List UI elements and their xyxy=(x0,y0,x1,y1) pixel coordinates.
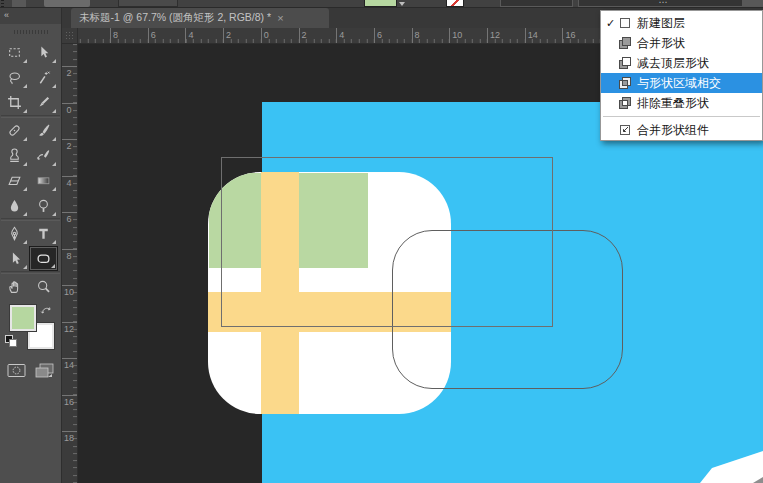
document-tab[interactable]: 未标题-1 @ 67.7% (圆角矩形 2, RGB/8) * × xyxy=(71,8,329,28)
ruler-major-tick xyxy=(336,28,337,43)
history-brush-tool[interactable] xyxy=(29,143,58,168)
gradient-tool[interactable] xyxy=(29,168,58,193)
rounded-rectangle-icon xyxy=(36,251,51,266)
subtract-front-shape-icon xyxy=(618,56,632,70)
eyedropper-icon xyxy=(36,95,51,110)
ruler-major-tick xyxy=(261,28,262,43)
menu-item-label: 排除重叠形状 xyxy=(637,95,709,112)
foreground-color-swatch[interactable] xyxy=(10,305,36,331)
brush-tool[interactable] xyxy=(29,118,58,143)
fill-color-swatch[interactable] xyxy=(364,0,397,7)
exclude-overlapping-shapes-icon xyxy=(618,96,632,110)
flyout-triangle-icon xyxy=(23,187,27,191)
stroke-options-field[interactable]: ⋯ xyxy=(578,0,748,7)
zoom-icon xyxy=(36,279,51,294)
default-colors-icon[interactable] xyxy=(5,335,17,347)
flyout-triangle-icon xyxy=(52,187,56,191)
tool-preset-dropdown[interactable] xyxy=(44,0,90,7)
ruler-major-tick xyxy=(62,139,77,140)
ruler-label: 14 xyxy=(64,361,74,369)
quick-mask-mode-icon[interactable] xyxy=(7,363,26,378)
zoom-tool[interactable] xyxy=(29,274,58,299)
path-selection-icon xyxy=(7,251,22,266)
ruler-major-tick xyxy=(185,28,186,43)
flyout-triangle-icon xyxy=(52,109,56,113)
ruler-label: 8 xyxy=(415,30,420,40)
hand-tool[interactable] xyxy=(0,274,29,299)
options-grip xyxy=(1,0,4,7)
tools-panel-grip[interactable] xyxy=(0,24,61,40)
ruler-label: 12 xyxy=(490,30,500,40)
collapse-panel-icon[interactable]: « xyxy=(4,10,8,20)
dodge-tool[interactable] xyxy=(29,193,58,218)
combine-shapes-icon xyxy=(618,36,632,50)
menu-item-label: 合并形状组件 xyxy=(637,122,709,139)
clone-stamp-icon xyxy=(7,148,22,163)
magic-wand-tool[interactable] xyxy=(29,65,58,90)
ruler-label: 2 xyxy=(226,30,231,40)
swap-colors-icon[interactable] xyxy=(40,303,54,316)
fill-dropdown-arrow-icon[interactable] xyxy=(399,2,405,6)
ruler-major-tick xyxy=(62,212,77,213)
flyout-triangle-icon xyxy=(52,137,56,141)
flyout-triangle-icon xyxy=(23,84,27,88)
shape-mode-dropdown[interactable] xyxy=(118,0,178,7)
ruler-major-tick xyxy=(110,28,111,43)
new-layer-icon xyxy=(618,16,632,30)
magic-wand-icon xyxy=(36,70,51,85)
hand-icon xyxy=(7,279,22,294)
options-extra-control[interactable] xyxy=(742,0,763,7)
vertical-ruler[interactable]: 2024681012141618 xyxy=(62,44,78,483)
ruler-label: 0 xyxy=(264,30,269,40)
flyout-triangle-icon xyxy=(23,137,27,141)
ruler-origin-box[interactable] xyxy=(62,28,78,44)
pen-tool[interactable] xyxy=(0,221,29,246)
menu-item-combine-shapes[interactable]: 合并形状 xyxy=(601,33,762,53)
rectangular-marquee-tool[interactable] xyxy=(0,40,29,65)
flyout-triangle-icon xyxy=(52,212,56,216)
screen-mode-icon[interactable] xyxy=(35,363,54,378)
menu-item-subtract-front-shape[interactable]: 减去顶层形状 xyxy=(601,53,762,73)
gradient-icon xyxy=(36,173,51,188)
lasso-tool[interactable] xyxy=(0,65,29,90)
menu-item-new-layer[interactable]: ✓新建图层 xyxy=(601,13,762,33)
ruler-label: 4 xyxy=(64,179,74,187)
eyedropper-tool[interactable] xyxy=(29,90,58,115)
ruler-label: 6 xyxy=(377,30,382,40)
history-brush-icon xyxy=(36,148,51,163)
flyout-triangle-icon xyxy=(52,240,56,244)
menu-item-intersect-shape-areas[interactable]: 与形状区域相交 xyxy=(601,73,762,93)
blur-icon xyxy=(7,198,22,213)
ruler-major-tick xyxy=(62,358,77,359)
eraser-tool[interactable] xyxy=(0,168,29,193)
move-tool[interactable] xyxy=(29,40,58,65)
type-tool[interactable] xyxy=(29,221,58,246)
ruler-major-tick xyxy=(62,395,77,396)
color-swatches xyxy=(0,305,61,357)
ruler-label: 8 xyxy=(113,30,118,40)
tool-icon-button[interactable] xyxy=(12,0,26,7)
path-selection-tool[interactable] xyxy=(0,246,29,271)
menu-item-exclude-overlapping-shapes[interactable]: 排除重叠形状 xyxy=(601,93,762,113)
clone-stamp-tool[interactable] xyxy=(0,143,29,168)
ruler-major-tick xyxy=(487,28,488,43)
blur-tool[interactable] xyxy=(0,193,29,218)
tools-panel-header[interactable]: « xyxy=(0,8,61,24)
rounded-rectangle-tool[interactable] xyxy=(29,246,58,271)
tab-close-icon[interactable]: × xyxy=(277,13,283,24)
document-tab-title: 未标题-1 @ 67.7% (圆角矩形 2, RGB/8) * xyxy=(71,11,271,25)
ruler-major-tick xyxy=(562,28,563,43)
dodge-icon xyxy=(36,198,51,213)
drawn-rectangle-path-outline[interactable] xyxy=(221,157,553,327)
ruler-label: 2 xyxy=(302,30,307,40)
stroke-width-field[interactable] xyxy=(500,0,573,7)
flyout-triangle-icon xyxy=(23,240,27,244)
ruler-label: 10 xyxy=(452,30,462,40)
menu-item-merge-shape-components[interactable]: 合并形状组件 xyxy=(601,120,762,140)
crop-tool[interactable] xyxy=(0,90,29,115)
ruler-label: 8 xyxy=(64,252,74,260)
ruler-major-tick xyxy=(62,431,77,432)
stroke-color-swatch[interactable] xyxy=(446,0,464,7)
healing-brush-tool[interactable] xyxy=(0,118,29,143)
ruler-label: 6 xyxy=(64,215,74,223)
